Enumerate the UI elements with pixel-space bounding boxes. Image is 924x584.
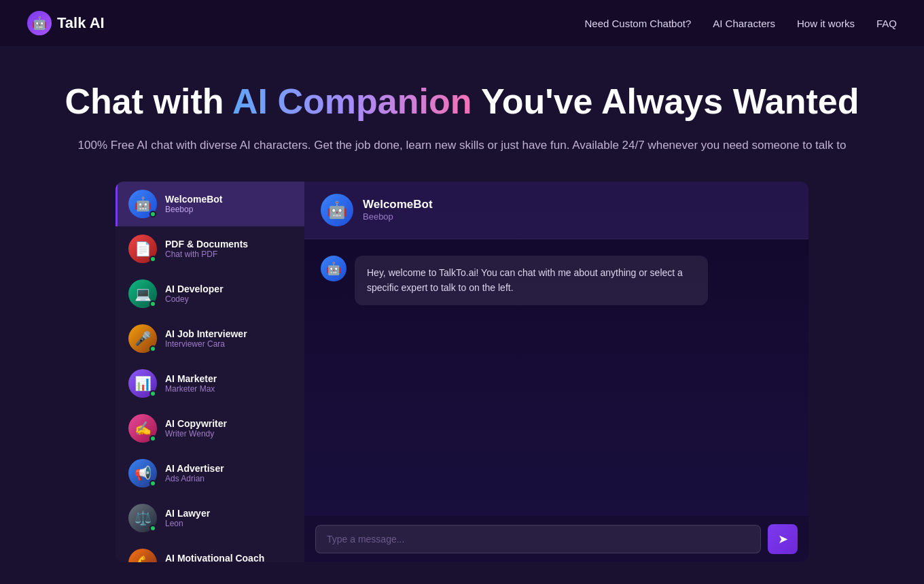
hero-subtitle: 100% Free AI chat with diverse AI charac… — [27, 136, 897, 154]
hero-title-prefix: Chat with — [65, 82, 233, 121]
avatar-wrap: 📊 — [128, 369, 157, 398]
chat-header: 🤖 WelcomeBot Beebop — [304, 182, 808, 239]
status-dot — [149, 480, 156, 487]
chat-input[interactable] — [315, 525, 761, 553]
sidebar-avatar: 💪 — [128, 549, 157, 562]
sidebar-item-name: AI Advertiser — [165, 463, 224, 474]
sidebar-item-marketer[interactable]: 📊 AI Marketer Marketer Max — [116, 361, 304, 406]
nav-ai-characters[interactable]: AI Characters — [713, 18, 775, 29]
sidebar-item-name: AI Job Interviewer — [165, 328, 247, 339]
sidebar-item-developer[interactable]: 💻 AI Developer Codey — [116, 271, 304, 316]
logo-emoji: 🤖 — [32, 16, 47, 31]
sidebar-item-name: PDF & Documents — [165, 239, 248, 250]
message-avatar: 🤖 — [321, 256, 346, 281]
sidebar-text: WelcomeBot Beebop — [165, 194, 223, 214]
send-button[interactable]: ➤ — [768, 524, 798, 554]
sidebar-item-advertiser[interactable]: 📢 AI Advertiser Ads Adrian — [116, 451, 304, 496]
sidebar-item-interviewer[interactable]: 🎤 AI Job Interviewer Interviewer Cara — [116, 316, 304, 361]
sidebar-item-sub: Writer Wendy — [165, 429, 227, 439]
logo-text: Talk AI — [57, 14, 105, 32]
avatar-wrap: 📄 — [128, 235, 157, 263]
sidebar-item-name: AI Developer — [165, 284, 224, 294]
sidebar-text: AI Marketer Marketer Max — [165, 373, 217, 394]
sidebar-item-copywriter[interactable]: ✍️ AI Copywriter Writer Wendy — [116, 406, 304, 451]
sidebar-item-sub: Chat with PDF — [165, 250, 248, 259]
sidebar-item-sub: Marketer Max — [165, 384, 217, 394]
sidebar-item-name: AI Marketer — [165, 373, 217, 384]
sidebar-item-sub: Interviewer Cara — [165, 339, 247, 349]
hero-section: Chat with AI Companion You've Always Wan… — [0, 46, 924, 182]
sidebar-item-name: AI Copywriter — [165, 418, 227, 429]
sidebar-item-motivational[interactable]: 💪 AI Motivational Coach Coach Carl — [116, 540, 304, 562]
sidebar-text: AI Developer Codey — [165, 284, 224, 304]
nav-faq[interactable]: FAQ — [876, 18, 897, 29]
message-avatar-emoji: 🤖 — [326, 261, 341, 276]
sidebar-text: AI Advertiser Ads Adrian — [165, 463, 224, 483]
sidebar: 🤖 WelcomeBot Beebop 📄 PDF & Documents Ch… — [116, 182, 304, 562]
sidebar-item-sub: Leon — [165, 519, 210, 528]
sidebar-text: AI Motivational Coach Coach Carl — [165, 553, 264, 562]
sidebar-item-pdf[interactable]: 📄 PDF & Documents Chat with PDF — [116, 226, 304, 271]
message-row: 🤖 Hey, welcome to TalkTo.ai! You can cha… — [321, 256, 792, 305]
logo[interactable]: 🤖 Talk AI — [27, 11, 105, 35]
sidebar-text: PDF & Documents Chat with PDF — [165, 239, 248, 259]
avatar-wrap: 💻 — [128, 279, 157, 308]
chat-header-avatar: 🤖 — [321, 194, 353, 226]
logo-icon: 🤖 — [27, 11, 52, 35]
nav-how-it-works[interactable]: How it works — [797, 18, 855, 29]
chat-header-sub: Beebop — [363, 211, 433, 222]
main-panel: 🤖 WelcomeBot Beebop 📄 PDF & Documents Ch… — [116, 182, 808, 562]
sidebar-text: AI Copywriter Writer Wendy — [165, 418, 227, 439]
status-dot — [149, 525, 156, 532]
sidebar-text: AI Job Interviewer Interviewer Cara — [165, 328, 247, 349]
status-dot — [149, 345, 156, 352]
avatar-wrap: 💪 — [128, 549, 157, 562]
sidebar-item-lawyer[interactable]: ⚖️ AI Lawyer Leon — [116, 496, 304, 540]
avatar-wrap: ✍️ — [128, 414, 157, 443]
nav-links: Need Custom Chatbot? AI Characters How i… — [585, 18, 898, 29]
hero-title-suffix: You've Always Wanted — [472, 82, 859, 121]
sidebar-item-sub: Codey — [165, 294, 224, 304]
sidebar-item-name: AI Lawyer — [165, 508, 210, 519]
hero-title-gradient: AI Companion — [232, 82, 472, 121]
chat-header-avatar-emoji: 🤖 — [327, 201, 347, 220]
sidebar-item-sub: Beebop — [165, 205, 223, 214]
status-dot — [149, 390, 156, 397]
sidebar-text: AI Lawyer Leon — [165, 508, 210, 528]
avatar-wrap: 🎤 — [128, 324, 157, 353]
nav-custom-chatbot[interactable]: Need Custom Chatbot? — [585, 18, 692, 29]
chat-header-name: WelcomeBot — [363, 198, 433, 211]
chat-header-text: WelcomeBot Beebop — [363, 198, 433, 222]
avatar-wrap: ⚖️ — [128, 504, 157, 532]
sidebar-item-name: AI Motivational Coach — [165, 553, 264, 562]
chat-messages: 🤖 Hey, welcome to TalkTo.ai! You can cha… — [304, 239, 808, 516]
sidebar-item-welcomebot[interactable]: 🤖 WelcomeBot Beebop — [116, 182, 304, 226]
sidebar-item-name: WelcomeBot — [165, 194, 223, 205]
status-dot — [149, 435, 156, 442]
status-dot — [149, 300, 156, 307]
navbar: 🤖 Talk AI Need Custom Chatbot? AI Charac… — [0, 0, 924, 46]
chat-area: 🤖 WelcomeBot Beebop 🤖 Hey, welcome to Ta… — [304, 182, 808, 562]
status-dot — [149, 211, 156, 218]
status-dot — [149, 256, 156, 262]
message-bubble: Hey, welcome to TalkTo.ai! You can chat … — [355, 256, 708, 305]
chat-input-area: ➤ — [304, 516, 808, 562]
avatar-wrap: 🤖 — [128, 190, 157, 218]
hero-title: Chat with AI Companion You've Always Wan… — [27, 82, 897, 122]
sidebar-item-sub: Ads Adrian — [165, 474, 224, 483]
send-icon: ➤ — [778, 532, 788, 547]
avatar-wrap: 📢 — [128, 459, 157, 487]
